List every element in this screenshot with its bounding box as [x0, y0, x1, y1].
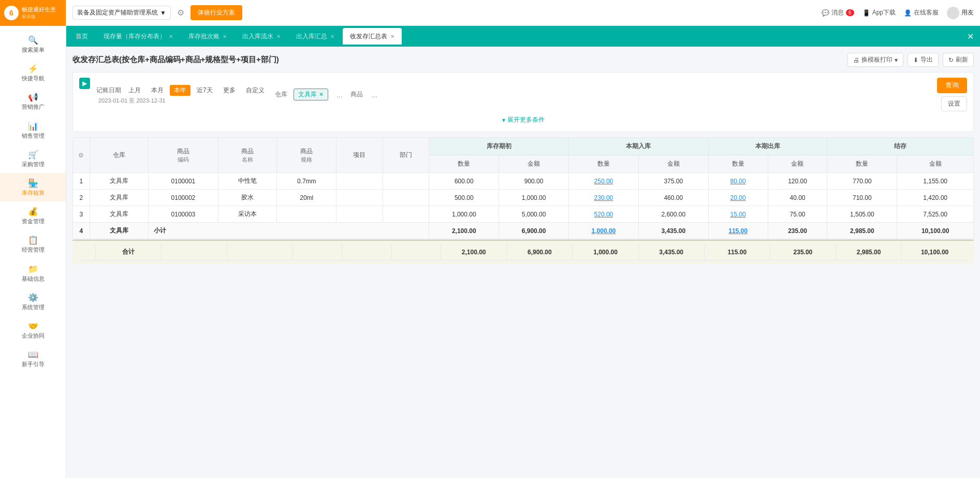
warehouse-tag-close[interactable]: ✕	[319, 91, 324, 98]
date-label: 记账日期	[96, 86, 121, 95]
sidebar-item-finance[interactable]: 💰 资金管理	[0, 201, 66, 230]
th-out-amt: 金额	[768, 155, 827, 173]
tab-close-icon[interactable]: ✕	[223, 34, 227, 39]
date-opt-custom[interactable]: 自定义	[242, 85, 269, 96]
cell-spec: 20ml	[277, 190, 337, 206]
th-name: 商品名称	[218, 138, 276, 173]
tab-close-icon[interactable]: ✕	[276, 34, 281, 39]
settings-btn[interactable]: 设置	[941, 96, 967, 111]
right-actions: 查询 设置	[937, 78, 967, 111]
try-btn[interactable]: 体验行业方案	[191, 5, 242, 20]
tab-close-icon[interactable]: ✕	[390, 34, 394, 39]
expand-conditions-btn[interactable]: ▾ 展开更多条件	[79, 113, 967, 126]
filter-row-1: ▶ 记账日期 上月 本月 本年 近7天 更多 自定义 2023-01-0	[79, 78, 967, 111]
cell-out-qty[interactable]: 20.00	[708, 190, 768, 206]
cell-name: 采访本	[218, 206, 276, 223]
table-settings-icon[interactable]: ⚙	[78, 152, 84, 159]
footer-in-qty: 1,000.00	[573, 244, 638, 260]
print-label: 换模板打印	[861, 55, 893, 64]
tab-inout-flow[interactable]: 出入库流水 ✕	[235, 28, 288, 45]
cell-open-qty: 500.00	[429, 190, 499, 206]
warehouse-ellipsis-btn[interactable]: ...	[334, 91, 345, 99]
sidebar-item-label: 资金管理	[22, 218, 45, 225]
cell-close-amt: 1,155.00	[897, 173, 973, 190]
cell-spec	[277, 206, 337, 223]
sidebar-item-system[interactable]: ⚙️ 系统管理	[0, 287, 66, 316]
tab-bar: 首页 现存量（库存分布表） ✕ 库存批次账 ✕ 出入库流水 ✕ 出入库汇总 ✕ …	[66, 26, 980, 47]
goods-ellipsis-btn[interactable]: ...	[369, 91, 379, 99]
sales-icon: 📊	[28, 121, 38, 131]
subtotal-num: 4	[73, 223, 90, 239]
sidebar-item-label: 销售管理	[22, 133, 45, 139]
cell-warehouse: 文具库	[90, 206, 148, 223]
tab-batch[interactable]: 库存批次账 ✕	[181, 28, 234, 45]
cell-out-qty[interactable]: 15.00	[708, 206, 768, 223]
sidebar-item-inventory[interactable]: 🏪 库存核算	[0, 173, 66, 201]
sidebar-item-label: 搜索菜单	[22, 47, 45, 53]
date-opt-7days[interactable]: 近7天	[193, 85, 217, 96]
cell-close-qty: 710.00	[827, 190, 897, 206]
cell-project	[337, 206, 383, 223]
sidebar-item-purchase[interactable]: 🛒 采购管理	[0, 144, 66, 173]
sidebar-item-guide[interactable]: 📖 新手引导	[0, 344, 66, 373]
cell-in-qty[interactable]: 250.00	[569, 173, 639, 190]
tab-stock-dist[interactable]: 现存量（库存分布表） ✕	[96, 28, 180, 45]
th-group-opening: 库存期初	[429, 138, 569, 155]
cell-num: 1	[73, 173, 90, 190]
system-name: 装备及固定资产辅助管理系统	[77, 8, 158, 17]
cell-name: 中性笔	[218, 173, 276, 190]
gear-icon[interactable]: ⚙	[177, 8, 184, 18]
refresh-btn[interactable]: ↻ 刷新	[943, 53, 974, 67]
date-opt-prev[interactable]: 上月	[124, 85, 145, 96]
user-menu[interactable]: 用友	[947, 7, 974, 19]
message-action[interactable]: 💬 消息 6	[822, 8, 854, 17]
export-btn[interactable]: ⬇ 导出	[908, 53, 939, 67]
cell-out-qty[interactable]: 80.00	[708, 173, 768, 190]
th-settings[interactable]: ⚙	[73, 138, 90, 173]
tab-recv-send[interactable]: 收发存汇总表 ✕	[343, 28, 402, 45]
tab-close-icon[interactable]: ✕	[330, 34, 334, 39]
online-service-label: 在线客服	[914, 8, 939, 17]
filter-toggle-btn[interactable]: ▶	[79, 78, 90, 89]
print-btn[interactable]: 🖨 换模板打印 ▾	[847, 53, 903, 67]
subtotal-in-qty[interactable]: 1,000.00	[569, 223, 639, 239]
online-service-action[interactable]: 👤 在线客服	[904, 8, 939, 17]
date-filter-top: 记账日期 上月 本月 本年 近7天 更多 自定义	[96, 85, 269, 96]
sidebar: 6 畅捷通好生意 标准版 🔍 搜索菜单 ⚡ 快捷导航 📢 营销推广 📊 销售管理…	[0, 0, 66, 478]
sidebar-item-enterprise[interactable]: 🤝 企业协同	[0, 316, 66, 344]
sidebar-item-quick[interactable]: ⚡ 快捷导航	[0, 59, 66, 87]
sidebar-item-marketing[interactable]: 📢 营销推广	[0, 87, 66, 115]
footer-table: 合计 2,100.00 6,900.00 1,000.00 3,435.00 1…	[79, 244, 968, 260]
subtotal-out-qty[interactable]: 115.00	[708, 223, 768, 239]
system-selector[interactable]: 装备及固定资产辅助管理系统 ▼	[72, 6, 171, 20]
cell-in-qty[interactable]: 230.00	[569, 190, 639, 206]
footer-close-amt: 10,100.00	[902, 244, 968, 260]
tab-inout-summary[interactable]: 出入库汇总 ✕	[289, 28, 342, 45]
sidebar-item-sales[interactable]: 📊 销售管理	[0, 116, 66, 144]
sidebar-item-base[interactable]: 📁 基础信息	[0, 259, 66, 287]
footer-totals: 合计 2,100.00 6,900.00 1,000.00 3,435.00 1…	[72, 240, 974, 264]
date-opt-current[interactable]: 本月	[147, 85, 168, 96]
logo-icon: 6	[4, 6, 19, 20]
tabs-close-all-icon[interactable]: ✕	[963, 32, 978, 41]
tab-close-icon[interactable]: ✕	[169, 34, 173, 39]
cell-in-qty[interactable]: 520.00	[569, 206, 639, 223]
sidebar-item-search[interactable]: 🔍 搜索菜单	[0, 30, 66, 59]
footer-empty5	[342, 244, 391, 260]
query-btn[interactable]: 查询	[937, 78, 967, 93]
app-download-action[interactable]: 📱 App下载	[862, 8, 896, 17]
date-opt-more[interactable]: 更多	[219, 85, 240, 96]
subtotal-out-amt: 235.00	[768, 223, 827, 239]
th-group-closing: 结存	[827, 138, 973, 155]
date-options: 上月 本月 本年 近7天 更多 自定义	[124, 85, 269, 96]
footer-open-amt: 6,900.00	[507, 244, 573, 260]
cell-warehouse: 文具库	[90, 190, 148, 206]
th-in-amt: 金额	[638, 155, 708, 173]
sidebar-item-operations[interactable]: 📋 经营管理	[0, 230, 66, 258]
date-opt-year[interactable]: 本年	[170, 85, 191, 96]
footer-empty3	[227, 244, 292, 260]
date-range-display: 2023-01-01 至 2023-12-31	[98, 97, 269, 105]
page-actions: 🖨 换模板打印 ▾ ⬇ 导出 ↻ 刷新	[847, 53, 974, 67]
tab-home[interactable]: 首页	[68, 28, 95, 45]
th-in-qty: 数量	[569, 155, 639, 173]
